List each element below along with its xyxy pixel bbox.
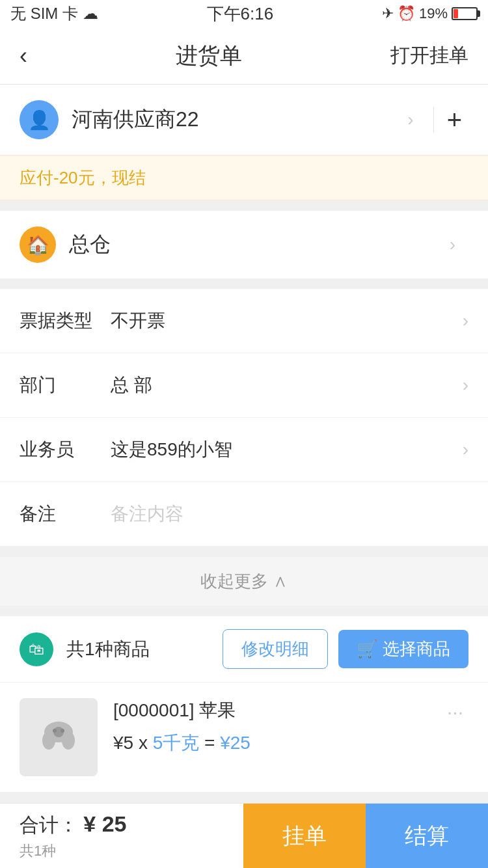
bottom-bar: 合计： ¥ 25 共1种 挂单 结算: [0, 803, 488, 868]
location-icon: ✈: [382, 5, 394, 22]
salesperson-value: 这是859的小智: [111, 437, 463, 462]
open-hang-button[interactable]: 打开挂单: [390, 42, 468, 69]
edit-detail-button[interactable]: 修改明细: [223, 629, 328, 669]
add-supplier-button[interactable]: +: [441, 105, 468, 135]
warehouse-icon: 🏠: [20, 226, 56, 263]
department-row[interactable]: 部门 总 部 ›: [0, 353, 488, 418]
select-product-button[interactable]: 🛒 选择商品: [338, 630, 468, 668]
total-sub: 共1种: [20, 841, 56, 861]
house-icon: 🏠: [27, 234, 49, 256]
select-product-label: 选择商品: [383, 638, 450, 660]
product-title: 苹果: [199, 700, 236, 720]
unit-price: ¥5 x: [113, 733, 153, 753]
equals: =: [204, 733, 220, 753]
status-time: 下午6:16: [207, 3, 274, 25]
department-label: 部门: [20, 373, 111, 398]
status-bar: 无 SIM 卡 ☁ 下午6:16 ✈ ⏰ 19%: [0, 0, 488, 27]
hang-button[interactable]: 挂单: [243, 804, 366, 868]
status-right: ✈ ⏰ 19%: [382, 5, 478, 22]
svg-point-5: [61, 729, 64, 733]
alarm-icon: ⏰: [398, 5, 415, 22]
svg-point-1: [42, 731, 55, 750]
invoice-row[interactable]: 票据类型 不开票 ›: [0, 289, 488, 353]
supplier-row[interactable]: 👤 河南供应商22 › +: [0, 85, 488, 156]
invoice-label: 票据类型: [20, 308, 111, 333]
svg-point-4: [53, 729, 57, 733]
product-total: ¥25: [220, 733, 251, 753]
product-logo-icon: [36, 718, 81, 757]
supplier-avatar: 👤: [20, 100, 59, 139]
total-label: 合计：: [20, 814, 78, 835]
main-content: 👤 河南供应商22 › + 应付-20元，现结 🏠 总仓 › 票据类型 不开票 …: [0, 85, 488, 868]
notice-bar: 应付-20元，现结: [0, 156, 488, 200]
back-button[interactable]: ‹: [20, 42, 27, 70]
department-value: 总 部: [111, 373, 463, 398]
warehouse-row[interactable]: 🏠 总仓 ›: [0, 211, 488, 278]
sim-status: 无 SIM 卡 ☁: [10, 3, 98, 24]
bottom-total: 合计： ¥ 25 共1种: [0, 804, 243, 868]
remark-label: 备注: [20, 502, 111, 526]
supplier-name: 河南供应商22: [72, 105, 394, 134]
warehouse-section: 🏠 总仓 ›: [0, 211, 488, 278]
warehouse-name: 总仓: [69, 230, 437, 259]
settle-button[interactable]: 结算: [366, 804, 488, 868]
total-main: 合计： ¥ 25: [20, 811, 127, 839]
products-count: 共1种商品: [66, 637, 223, 662]
avatar-icon: 👤: [28, 109, 51, 131]
supplier-chevron-icon: ›: [407, 109, 413, 130]
collapse-label: 收起更多 ∧: [200, 570, 287, 593]
form-section: 票据类型 不开票 › 部门 总 部 › 业务员 这是859的小智 › 备注 备注…: [0, 289, 488, 547]
product-qty: 5千克: [153, 733, 200, 753]
products-section: 🛍 共1种商品 修改明细 🛒 选择商品: [0, 616, 488, 793]
invoice-chevron-icon: ›: [463, 310, 468, 331]
products-icon: 🛍: [20, 632, 53, 666]
battery-icon: [452, 7, 478, 20]
product-price: ¥5 x 5千克 = ¥25: [113, 731, 442, 755]
svg-point-2: [62, 731, 75, 750]
collapse-button[interactable]: 收起更多 ∧: [0, 557, 488, 606]
remark-row[interactable]: 备注 备注内容: [0, 482, 488, 547]
product-info: [0000001] 苹果 ¥5 x 5千克 = ¥25: [113, 698, 442, 755]
product-item: [0000001] 苹果 ¥5 x 5千克 = ¥25 ···: [0, 683, 488, 793]
status-left: 无 SIM 卡 ☁: [10, 3, 98, 24]
bag-icon: 🛍: [29, 640, 44, 658]
page-title: 进货单: [176, 41, 242, 71]
divider: [433, 107, 434, 133]
salesperson-chevron-icon: ›: [463, 439, 468, 460]
warehouse-chevron-icon: ›: [450, 234, 455, 255]
products-header: 🛍 共1种商品 修改明细 🛒 选择商品: [0, 616, 488, 683]
battery-percent: 19%: [419, 5, 448, 22]
product-more-button[interactable]: ···: [442, 698, 468, 726]
nav-bar: ‹ 进货单 打开挂单: [0, 27, 488, 85]
product-thumbnail: [20, 698, 98, 776]
total-amount: ¥ 25: [83, 811, 126, 836]
product-code: [0000001]: [113, 700, 199, 720]
salesperson-label: 业务员: [20, 437, 111, 462]
invoice-value: 不开票: [111, 308, 463, 333]
supplier-section: 👤 河南供应商22 › + 应付-20元，现结: [0, 85, 488, 200]
department-chevron-icon: ›: [463, 375, 468, 396]
remark-placeholder: 备注内容: [111, 502, 468, 526]
salesperson-row[interactable]: 业务员 这是859的小智 ›: [0, 418, 488, 482]
product-name: [0000001] 苹果: [113, 698, 442, 723]
cart-icon: 🛒: [357, 639, 377, 659]
